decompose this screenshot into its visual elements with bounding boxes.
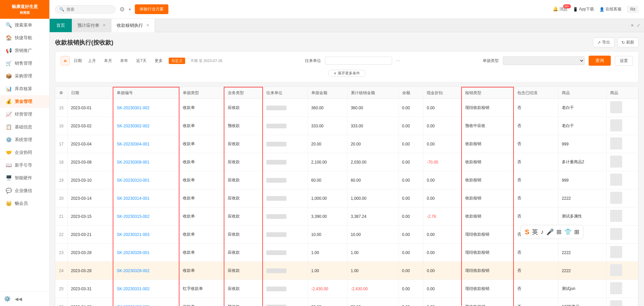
query-button[interactable]: 查询: [589, 56, 611, 66]
user-avatar[interactable]: Rit: [627, 6, 639, 13]
tab-pending[interactable]: 预计应付单 ✕: [72, 19, 111, 32]
bill-no-link[interactable]: SK-20230310-001: [117, 178, 149, 183]
col-date[interactable]: 日期: [67, 87, 113, 99]
tab-receipt-exec[interactable]: 收款核销执行 ✕: [111, 19, 155, 32]
col-balance[interactable]: 余额: [398, 87, 423, 99]
wm-icon-3[interactable]: 🎤: [546, 228, 554, 236]
search-input[interactable]: [66, 7, 107, 12]
sidebar-label-finance: 资金管理: [15, 99, 32, 105]
notification-bell[interactable]: 🔔 消息 99+: [553, 6, 568, 12]
col-gear[interactable]: ⚙: [55, 87, 67, 99]
sidebar-item-purchase[interactable]: 📦采购管理: [0, 70, 49, 82]
sidebar-label-search: 搜索菜单: [15, 22, 32, 28]
bill-no-link[interactable]: SK-20230308-001: [117, 160, 149, 165]
col-total-cancel[interactable]: 累计核销金额: [347, 87, 398, 99]
cell-bill-no: SK-20230403-002: [113, 298, 179, 306]
bill-no-link[interactable]: SK-20230328-002: [117, 268, 149, 273]
wm-icon-1[interactable]: 英: [532, 228, 538, 236]
sidebar-item-corp[interactable]: 🤝企业协同: [0, 146, 49, 159]
sidebar-item-guide[interactable]: 📖新手引导: [0, 159, 49, 172]
sidebar-item-finance[interactable]: 💰资金管理: [0, 95, 49, 108]
date-option-more[interactable]: 更多: [153, 57, 165, 64]
partner-filter-dots[interactable]: ···: [396, 58, 400, 64]
col-cancel-type[interactable]: 核销类型: [462, 87, 513, 99]
cell-bill-no: SK-20230328-002: [113, 262, 179, 280]
wm-icon-5[interactable]: 👕: [564, 228, 572, 236]
refresh-button[interactable]: ↻ 刷新: [617, 38, 639, 47]
col-bill-no[interactable]: 单据编号: [113, 87, 179, 99]
filter-toggle-button[interactable]: »: [61, 56, 70, 65]
bill-no-link[interactable]: SK-20230304-001: [117, 142, 149, 146]
col-product[interactable]: 商品: [558, 87, 607, 99]
date-option-7days[interactable]: 近7天: [134, 57, 149, 64]
wm-icon-2[interactable]: ♪: [541, 229, 544, 236]
wm-icon-4[interactable]: ⊞: [556, 228, 561, 236]
bill-no-link[interactable]: SK-20230302-002: [117, 124, 149, 128]
sidebar-item-basic[interactable]: 📋基础信息: [0, 121, 49, 133]
online-service-link[interactable]: 👤 在线客服: [599, 6, 622, 12]
sidebar-icon-hardware: 🖥️: [5, 175, 12, 181]
sidebar-item-marketing[interactable]: 📢营销推广: [0, 44, 49, 57]
col-amount[interactable]: 单据金额: [308, 87, 347, 99]
date-option-this-month[interactable]: 本月: [102, 57, 114, 64]
topbar-search-box[interactable]: 🔍: [55, 5, 115, 13]
topbar-gear-icon[interactable]: ⚙: [119, 6, 125, 13]
cell-product: 2222: [558, 189, 607, 207]
cell-cancel-type: 现结收款核销: [462, 280, 513, 298]
table-row: 25 2023-03-31 SK-20230331-002 红字收款单 应收款 …: [55, 280, 638, 298]
tab-expand-icon[interactable]: ⤢: [637, 23, 640, 28]
table-row: 21 2023-03-15 SK-20230315-002 收款单 应收款 3,…: [55, 207, 638, 226]
wm-icon-6[interactable]: ⊞: [574, 228, 579, 236]
cell-date: 2023-03-28: [67, 262, 113, 280]
cell-product2: [607, 280, 638, 298]
col-biz-type[interactable]: 业务类型: [224, 87, 263, 99]
tabs-bar: 首页 预计应付单 ✕ 收款核销执行 ✕ ✕ ⤢: [50, 19, 644, 32]
tab-pending-close[interactable]: ✕: [103, 23, 106, 27]
tab-home[interactable]: 首页: [50, 19, 72, 32]
col-partner[interactable]: 往来单位: [263, 87, 308, 99]
cell-product: 999: [558, 171, 607, 189]
date-option-this-year[interactable]: 本年: [118, 57, 130, 64]
col-bill-type[interactable]: 单据类型: [179, 87, 224, 99]
sidebar-item-operation[interactable]: 📈经营管理: [0, 108, 49, 121]
col-include-settled[interactable]: 包含已结清: [514, 87, 558, 99]
sidebar-item-wechat[interactable]: 💬企业微信: [0, 184, 49, 197]
sidebar-item-system[interactable]: ⚙️系统管理: [0, 133, 49, 146]
cell-date: 2023-03-31: [67, 280, 113, 298]
sidebar-settings-icon[interactable]: ⚙️: [4, 296, 11, 302]
app-download-link[interactable]: 📱 App下载: [573, 6, 594, 12]
tab-receipt-exec-close[interactable]: ✕: [146, 23, 149, 27]
product-img: [610, 228, 622, 240]
bill-type-select[interactable]: [503, 56, 585, 65]
sidebar-icon-operation: 📈: [5, 111, 12, 117]
sidebar-collapse-icon[interactable]: ◀◀: [15, 296, 22, 302]
sidebar-item-sales[interactable]: 🛒销售管理: [0, 57, 49, 70]
sidebar-item-quicknav[interactable]: 🏠快捷导航: [0, 32, 49, 44]
date-option-last-month[interactable]: 上月: [86, 57, 98, 64]
cell-product2: [607, 153, 638, 171]
refresh-icon: ↻: [622, 40, 625, 45]
bill-no-link[interactable]: SK-20230315-002: [117, 214, 149, 219]
col-cash-discount[interactable]: 现金折扣: [423, 87, 462, 99]
bill-no-link[interactable]: SK-20230301-002: [117, 106, 149, 110]
bill-no-link[interactable]: SK-20230314-001: [117, 196, 149, 201]
export-button[interactable]: ↗ 导出: [593, 38, 614, 47]
expand-conditions-button[interactable]: ∨ 展开更多条件: [328, 70, 366, 77]
bill-no-link[interactable]: SK-20230328-001: [117, 250, 149, 255]
cell-date: 2023-04-03: [67, 298, 113, 306]
sidebar-item-inventory[interactable]: 📊库存核算: [0, 82, 49, 95]
filter-row-1: » 日期 上月 本月 本年 近7天 更多 自定义 不限 至 2023-07-26…: [61, 56, 633, 66]
bill-no-link[interactable]: SK-20230321-003: [117, 232, 149, 237]
solution-button[interactable]: 体验行业方案: [135, 4, 168, 14]
partner-filter-input[interactable]: [325, 57, 392, 65]
sidebar-item-member[interactable]: 👑畅会员: [0, 197, 49, 210]
bill-no-link[interactable]: SK-20230403-002: [117, 305, 149, 306]
cell-seq: 17: [55, 135, 67, 153]
date-custom-button[interactable]: 自定义: [169, 58, 185, 64]
setting-button[interactable]: 设置: [615, 56, 633, 66]
tab-close-icon[interactable]: ✕: [631, 23, 634, 28]
sidebar-item-search[interactable]: 🔍搜索菜单: [0, 19, 49, 32]
col-product2[interactable]: 商品: [607, 87, 638, 99]
sidebar-item-hardware[interactable]: 🖥️智能硬件: [0, 172, 49, 184]
bill-no-link[interactable]: SK-20230331-002: [117, 287, 149, 291]
